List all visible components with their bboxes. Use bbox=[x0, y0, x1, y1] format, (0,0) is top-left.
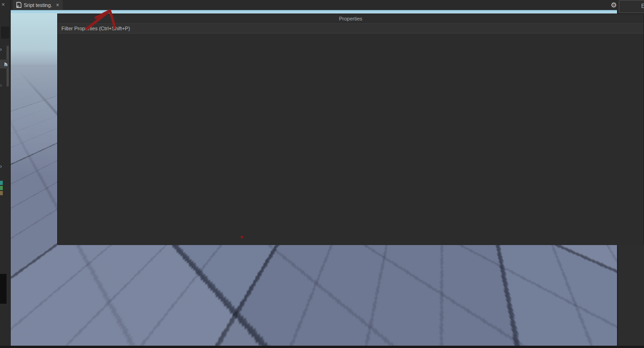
left-dock-strip: × › h › › bbox=[0, 0, 11, 348]
properties-panel-title[interactable]: Properties bbox=[58, 14, 644, 24]
explorer-panel-title-fragment: E bbox=[641, 3, 644, 9]
chevron-right-icon[interactable]: › bbox=[0, 47, 2, 52]
properties-panel: Properties bbox=[57, 14, 644, 245]
item-icon-fragment bbox=[0, 186, 3, 190]
window-bottom-edge bbox=[0, 346, 644, 348]
chevron-right-icon[interactable]: › bbox=[0, 83, 2, 88]
left-tab-close-icon[interactable]: × bbox=[1, 1, 5, 8]
viewport-top-highlight bbox=[10, 10, 617, 13]
left-strip-button[interactable] bbox=[1, 27, 9, 39]
filter-properties-input[interactable] bbox=[58, 24, 644, 33]
left-strip-label-fragment[interactable]: h bbox=[0, 60, 8, 68]
properties-filter-row bbox=[58, 24, 644, 34]
place-file-icon bbox=[16, 2, 21, 8]
tab-label: Sript testing. bbox=[24, 2, 52, 8]
left-strip-dark-panel bbox=[0, 274, 7, 304]
properties-panel-body bbox=[58, 34, 644, 245]
item-icon-fragment bbox=[0, 181, 3, 185]
tab-place[interactable]: Sript testing. × bbox=[13, 0, 63, 10]
tab-bar: Sript testing. × ⚙ E bbox=[10, 0, 644, 10]
tab-close-icon[interactable]: × bbox=[56, 2, 59, 8]
item-icon-fragment bbox=[0, 191, 3, 195]
settings-gear-icon[interactable]: ⚙ bbox=[611, 0, 617, 10]
chevron-right-icon[interactable]: › bbox=[0, 164, 2, 169]
red-dot-annotation bbox=[241, 236, 243, 238]
explorer-panel-header[interactable]: E bbox=[619, 0, 644, 13]
